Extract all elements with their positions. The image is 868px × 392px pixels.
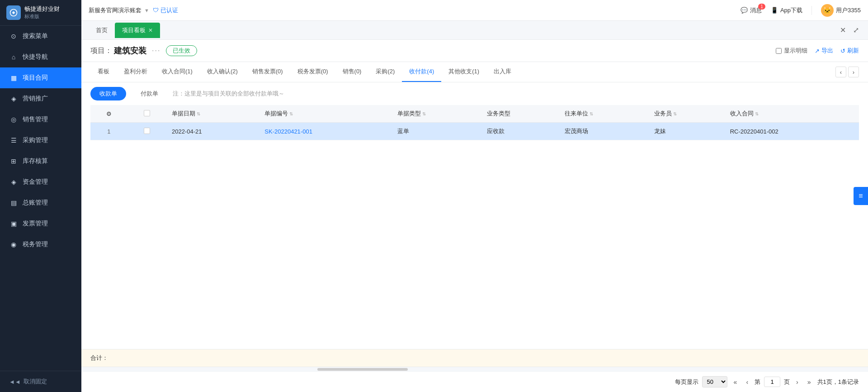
avatar: 🐱 — [821, 4, 834, 17]
scrollbar-thumb[interactable] — [317, 368, 408, 371]
cell-doc-type: 蓝单 — [392, 123, 481, 140]
subtab-income-contract[interactable]: 收入合同(1) — [155, 62, 200, 82]
refresh-button[interactable]: ↺ 刷新 — [840, 47, 859, 55]
message-button[interactable]: 💬 消息 1 — [741, 6, 762, 14]
subtab-prev-button[interactable]: ‹ — [835, 67, 846, 77]
page-label: 第 — [755, 378, 760, 386]
col-settings[interactable]: ⚙ — [90, 105, 127, 123]
cell-income-contract: RC-20220401-002 — [725, 123, 859, 140]
per-page-label: 每页显示 — [675, 378, 698, 386]
sidebar-item-purchase-mgmt[interactable]: ☰ 采购管理 — [0, 130, 81, 151]
subtab-payment-receipt[interactable]: 收付款(4) — [402, 62, 441, 82]
table-row[interactable]: 1 2022-04-21 SK-20220421-001 蓝单 应收款 宏茂商场… — [90, 123, 859, 140]
subtab-sales[interactable]: 销售(0) — [335, 62, 369, 82]
col-partner[interactable]: 往来单位⇅ — [559, 105, 648, 123]
pagination-bar: 每页显示 50 100 200 « ‹ 第 页 › » 共1页，1条记录 — [81, 371, 868, 392]
sort-icon: ⇅ — [755, 111, 759, 116]
doc-no-link[interactable]: SK-20220421-001 — [264, 128, 312, 135]
inner-tab-receipt-label: 收款单 — [99, 90, 117, 97]
user-label: 用户3355 — [836, 6, 861, 14]
app-download-label: App下载 — [780, 6, 802, 14]
float-action-button[interactable]: ≡ — [854, 187, 868, 205]
col-income-contract[interactable]: 收入合同⇅ — [725, 105, 859, 123]
last-page-button[interactable]: » — [805, 377, 814, 387]
col-salesman[interactable]: 业务员⇅ — [649, 105, 725, 123]
tab-expand-button[interactable]: ⤢ — [851, 24, 861, 36]
app-title-block: 畅捷通好业财 标准版 — [24, 5, 60, 20]
sidebar-unpin[interactable]: ◄◄ 取消固定 — [0, 371, 81, 392]
sidebar-item-label: 营销推广 — [23, 95, 48, 103]
subtab-profit-analysis[interactable]: 盈利分析 — [117, 62, 155, 82]
sidebar-item-tax-mgmt[interactable]: ◉ 税务管理 — [0, 234, 81, 255]
sort-icon: ⇅ — [197, 111, 200, 116]
subtab-tax-invoice[interactable]: 税务发票(0) — [290, 62, 335, 82]
tab-project-board[interactable]: 项目看板 ✕ — [115, 23, 160, 38]
sidebar-item-ledger-mgmt[interactable]: ▤ 总账管理 — [0, 192, 81, 213]
sort-icon: ⇅ — [422, 111, 426, 116]
cell-doc-no[interactable]: SK-20220421-001 — [259, 123, 392, 140]
subtab-sales-invoice[interactable]: 销售发票(0) — [245, 62, 290, 82]
sidebar-item-label: 发票管理 — [23, 220, 48, 228]
project-header-right: 显示明细 ↗ 导出 ↺ 刷新 — [776, 47, 859, 55]
show-detail-checkbox[interactable]: 显示明细 — [776, 47, 807, 55]
cell-partner: 宏茂商场 — [559, 123, 648, 140]
tabbar: 首页 项目看板 ✕ ✕ ⤢ — [81, 21, 868, 40]
show-detail-input[interactable] — [776, 48, 782, 54]
col-doc-date[interactable]: 单据日期⇅ — [166, 105, 259, 123]
project-more-icon[interactable]: ··· — [152, 47, 160, 55]
app-download-button[interactable]: 📱 App下载 — [771, 6, 802, 14]
topbar: 新服务官网演示账套 ▼ 🛡 已认证 💬 消息 1 📱 App下载 🐱 用户335… — [81, 0, 868, 21]
subtab-other-income[interactable]: 其他收支(1) — [441, 62, 486, 82]
subtab-board[interactable]: 看板 — [90, 62, 117, 82]
subtab-next-button[interactable]: › — [848, 67, 859, 77]
row-checkbox[interactable] — [144, 128, 150, 134]
inventory-icon: ⊞ — [9, 157, 18, 166]
phone-icon: 📱 — [771, 7, 778, 14]
first-page-button[interactable]: « — [731, 377, 740, 387]
prev-page-button[interactable]: ‹ — [743, 377, 751, 387]
inner-tab-receipt[interactable]: 收款单 — [90, 87, 126, 100]
shield-icon: 🛡 — [153, 7, 159, 14]
subtab-purchase[interactable]: 采购(2) — [368, 62, 402, 82]
inner-tabbar: 收款单 付款单 注：这里是与项目关联的全部收付款单哦～ — [81, 82, 868, 105]
tab-close-icon[interactable]: ✕ — [148, 27, 153, 33]
sidebar-item-quick-nav[interactable]: ⌂ 快捷导航 — [0, 47, 81, 67]
sort-icon: ⇅ — [289, 111, 293, 116]
subtab-in-out[interactable]: 出入库 — [486, 62, 519, 82]
tab-close-button[interactable]: ✕ — [838, 24, 848, 36]
sidebar-item-marketing[interactable]: ◈ 营销推广 — [0, 88, 81, 109]
sort-icon: ⇅ — [590, 111, 593, 116]
per-page-select[interactable]: 50 100 200 — [702, 376, 727, 387]
inner-note: 注：这里是与项目关联的全部收付款单哦～ — [173, 90, 284, 98]
sidebar-item-project-contract[interactable]: ▦ 项目合同 — [0, 67, 81, 88]
tab-home[interactable]: 首页 — [89, 23, 115, 38]
user-menu[interactable]: 🐱 用户3355 — [821, 4, 861, 17]
col-checkbox[interactable] — [127, 105, 166, 123]
sidebar-item-label: 搜索菜单 — [23, 32, 48, 40]
sidebar-item-label: 采购管理 — [23, 136, 48, 144]
select-all-checkbox[interactable] — [144, 110, 150, 116]
col-doc-type[interactable]: 单据类型⇅ — [392, 105, 481, 123]
horizontal-scrollbar[interactable] — [81, 367, 868, 371]
subtab-income-confirm[interactable]: 收入确认(2) — [200, 62, 245, 82]
sidebar-item-inventory[interactable]: ⊞ 库存核算 — [0, 151, 81, 172]
export-button[interactable]: ↗ 导出 — [815, 47, 833, 55]
sidebar-item-fund-mgmt[interactable]: ◈ 资金管理 — [0, 172, 81, 192]
page-suffix: 页 — [784, 378, 790, 386]
col-doc-no[interactable]: 单据编号⇅ — [259, 105, 392, 123]
sidebar-item-search[interactable]: ⊙ 搜索菜单 — [0, 26, 81, 47]
sidebar-footer-label: 取消固定 — [24, 378, 47, 386]
app-logo-icon — [6, 5, 21, 20]
cell-checkbox[interactable] — [127, 123, 166, 140]
sidebar-header: 畅捷通好业财 标准版 — [0, 0, 81, 26]
sidebar-item-invoice-mgmt[interactable]: ▣ 发票管理 — [0, 213, 81, 234]
tab-home-label: 首页 — [96, 26, 108, 34]
next-page-button[interactable]: › — [793, 377, 801, 387]
sidebar-item-sales-mgmt[interactable]: ◎ 销售管理 — [0, 109, 81, 130]
show-detail-label: 显示明细 — [784, 47, 807, 55]
total-label: 合计： — [90, 354, 108, 361]
inner-tab-payment[interactable]: 付款单 — [132, 87, 167, 100]
page-number-input[interactable] — [764, 377, 780, 387]
app-version: 标准版 — [24, 13, 60, 20]
account-selector[interactable]: 新服务官网演示账套 ▼ — [89, 6, 149, 14]
